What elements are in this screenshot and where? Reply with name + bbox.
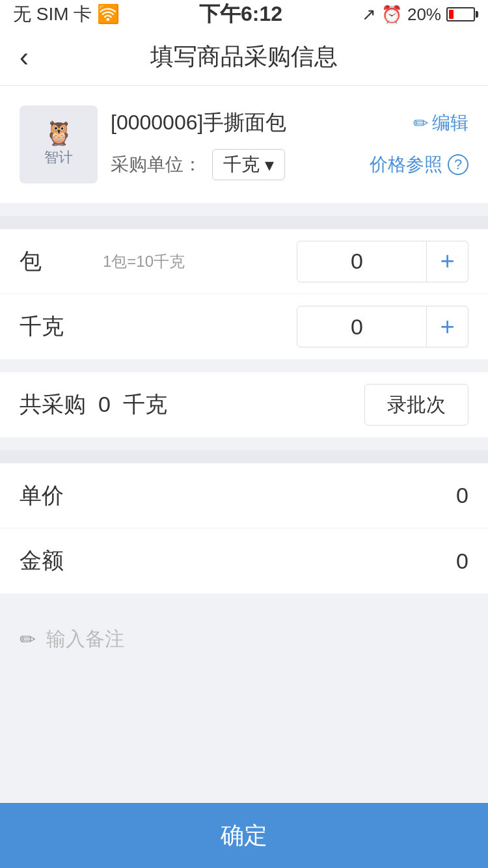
kg-label: 千克 xyxy=(20,312,98,342)
product-card: 🦉 智计 [0000006]手撕面包 ✏ 编辑 采购单位： 千克 ▾ 价格参照 xyxy=(0,86,488,203)
divider-2 xyxy=(0,450,488,463)
summary-prefix: 共采购 xyxy=(20,392,86,416)
battery-percent: 20% xyxy=(407,5,441,25)
page-title: 填写商品采购信息 xyxy=(150,41,338,73)
status-bar: 无 SIM 卡 🛜 下午6:12 ↗ ⏰ 20% xyxy=(0,0,488,29)
nav-bar: ‹ 填写商品采购信息 xyxy=(0,29,488,86)
owl-icon: 🦉 xyxy=(44,122,74,145)
remark-section[interactable]: ✏ 输入备注 xyxy=(0,606,488,672)
input-section: 包 1包=10千克 + 千克 + xyxy=(0,229,488,359)
edit-button[interactable]: ✏ 编辑 xyxy=(413,111,468,135)
battery-fill xyxy=(449,10,454,19)
sim-label: 无 SIM 卡 🛜 xyxy=(13,2,120,27)
unit-price-label: 单价 xyxy=(20,481,64,511)
location-icon: ↗ xyxy=(362,5,376,25)
kg-quantity-input[interactable] xyxy=(297,306,427,347)
alarm-icon: ⏰ xyxy=(381,5,402,25)
battery-icon xyxy=(446,7,475,21)
record-batch-label: 录批次 xyxy=(387,392,446,418)
unit-value: 千克 xyxy=(223,152,260,177)
pencil-icon: ✏ xyxy=(20,628,36,651)
product-info: [0000006]手撕面包 ✏ 编辑 采购单位： 千克 ▾ 价格参照 ? xyxy=(111,109,468,180)
confirm-section[interactable]: 确定 xyxy=(0,803,488,868)
purchase-unit-label: 采购单位： xyxy=(111,152,202,177)
unit-price-row: 单价 0 xyxy=(0,463,488,528)
edit-icon: ✏ xyxy=(413,113,428,134)
kg-input-right: + xyxy=(297,306,468,347)
status-right: ↗ ⏰ 20% xyxy=(362,5,475,25)
bag-input-row: 包 1包=10千克 + xyxy=(0,229,488,294)
content: 🦉 智计 [0000006]手撕面包 ✏ 编辑 采购单位： 千克 ▾ 价格参照 xyxy=(0,86,488,867)
record-batch-button[interactable]: 录批次 xyxy=(364,384,468,426)
thumb-label: 智计 xyxy=(44,148,73,167)
unit-select-dropdown[interactable]: 千克 ▾ xyxy=(212,149,285,180)
amount-row: 金额 0 xyxy=(0,528,488,593)
back-button[interactable]: ‹ xyxy=(20,44,29,71)
bag-plus-button[interactable]: + xyxy=(427,241,468,282)
bag-quantity-input[interactable] xyxy=(297,241,427,282)
help-icon: ? xyxy=(448,154,468,175)
summary-text: 共采购 0 千克 xyxy=(20,390,167,420)
bag-sublabel: 1包=10千克 xyxy=(103,251,185,272)
bag-input-right: + xyxy=(297,241,468,282)
summary-row: 共采购 0 千克 录批次 xyxy=(0,372,488,437)
amount-value: 0 xyxy=(456,549,468,574)
kg-input-row: 千克 + xyxy=(0,294,488,359)
price-section: 单价 0 金额 0 xyxy=(0,463,488,593)
summary-quantity: 0 xyxy=(98,392,111,416)
edit-label: 编辑 xyxy=(432,111,468,135)
status-left: 无 SIM 卡 🛜 xyxy=(13,2,120,27)
price-ref-label: 价格参照 xyxy=(370,152,442,177)
confirm-button-label: 确定 xyxy=(221,820,267,852)
summary-unit: 千克 xyxy=(123,392,167,416)
summary-section: 共采购 0 千克 录批次 xyxy=(0,372,488,437)
bag-label: 包 xyxy=(20,247,98,277)
product-name-row: [0000006]手撕面包 ✏ 编辑 xyxy=(111,109,468,137)
amount-label: 金额 xyxy=(20,546,64,576)
divider-1 xyxy=(0,216,488,229)
remark-placeholder: 输入备注 xyxy=(46,626,124,653)
purchase-unit-row: 采购单位： 千克 ▾ 价格参照 ? xyxy=(111,149,468,180)
dropdown-arrow: ▾ xyxy=(265,154,274,176)
product-name: [0000006]手撕面包 xyxy=(111,109,286,137)
status-time: 下午6:12 xyxy=(199,0,282,29)
price-reference-button[interactable]: 价格参照 ? xyxy=(370,152,468,177)
unit-price-value: 0 xyxy=(456,483,468,508)
product-thumbnail: 🦉 智计 xyxy=(20,105,98,183)
kg-plus-button[interactable]: + xyxy=(427,306,468,347)
